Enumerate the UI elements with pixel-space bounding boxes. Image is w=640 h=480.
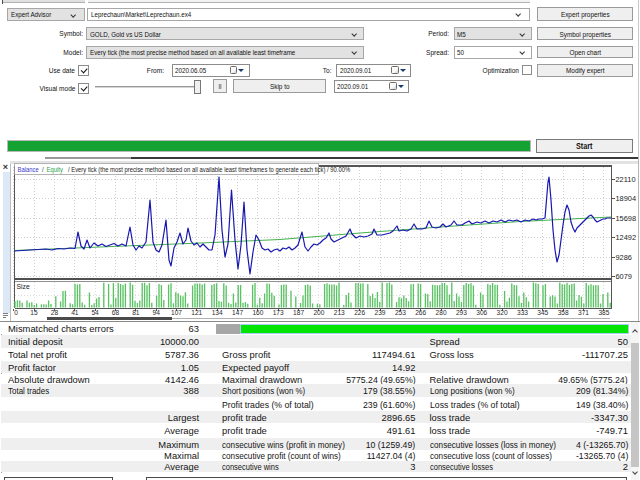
svg-text:22110: 22110 — [616, 175, 636, 184]
svg-text:107: 107 — [171, 309, 182, 316]
svg-text:173: 173 — [273, 309, 284, 316]
svg-text:371: 371 — [578, 309, 589, 316]
svg-text:358: 358 — [558, 309, 569, 316]
svg-text:Balance: Balance — [17, 166, 39, 174]
svg-text:293: 293 — [456, 309, 467, 316]
svg-text:15: 15 — [30, 309, 38, 316]
svg-text:385: 385 — [598, 309, 609, 316]
svg-text:28: 28 — [51, 309, 59, 316]
svg-text:54: 54 — [91, 309, 99, 316]
svg-text:12492: 12492 — [616, 233, 637, 242]
svg-text:160: 160 — [252, 309, 263, 316]
svg-text:121: 121 — [191, 309, 202, 316]
svg-text:/: / — [42, 166, 44, 174]
svg-text:15698: 15698 — [616, 214, 637, 223]
svg-text:41: 41 — [71, 309, 79, 316]
svg-text:226: 226 — [354, 309, 365, 316]
svg-text:18904: 18904 — [616, 194, 637, 203]
svg-text:81: 81 — [132, 309, 140, 316]
svg-text:9286: 9286 — [616, 253, 632, 262]
svg-text:94: 94 — [153, 309, 161, 316]
svg-text:200: 200 — [313, 309, 324, 316]
svg-text:134: 134 — [212, 309, 223, 316]
svg-text:0: 0 — [14, 309, 18, 316]
svg-text:Equity: Equity — [47, 166, 64, 175]
svg-text:147: 147 — [232, 309, 243, 316]
svg-text:253: 253 — [395, 309, 406, 316]
svg-text:/ Every tick (the most precise: / Every tick (the most precise method ba… — [68, 166, 350, 175]
svg-text:Size: Size — [17, 283, 30, 290]
svg-text:213: 213 — [334, 309, 345, 316]
svg-text:68: 68 — [112, 309, 120, 316]
svg-text:320: 320 — [497, 309, 508, 316]
svg-text:187: 187 — [293, 309, 304, 316]
svg-text:333: 333 — [517, 309, 528, 316]
svg-text:280: 280 — [436, 309, 447, 316]
svg-text:6079: 6079 — [616, 272, 632, 281]
svg-text:306: 306 — [476, 309, 487, 316]
svg-text:239: 239 — [374, 309, 385, 316]
svg-text:345: 345 — [537, 309, 548, 316]
svg-text:×: × — [3, 162, 8, 172]
svg-text:266: 266 — [415, 309, 426, 316]
